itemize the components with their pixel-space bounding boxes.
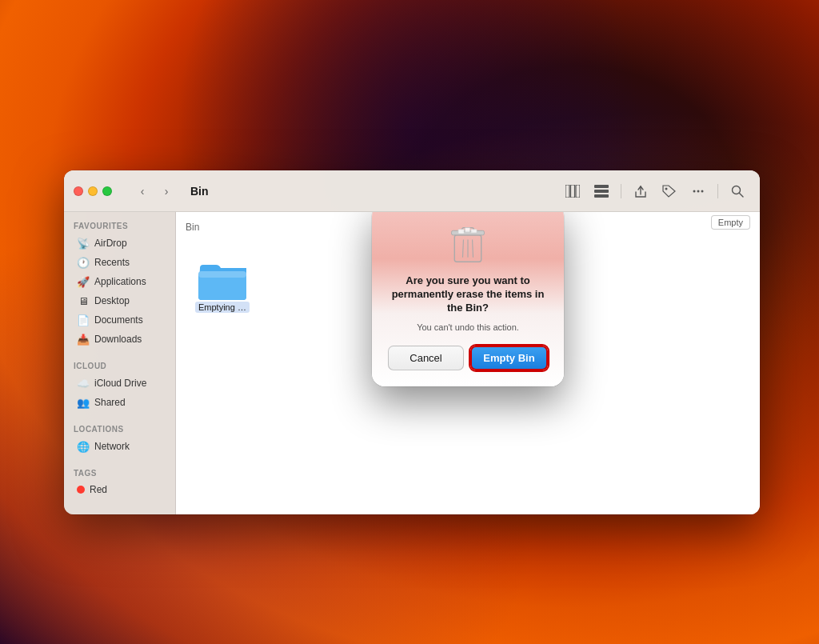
svg-rect-21 <box>458 229 464 234</box>
svg-line-18 <box>463 239 464 257</box>
search-button[interactable] <box>725 180 750 202</box>
close-button[interactable] <box>74 186 83 196</box>
sidebar-item-desktop[interactable]: 🖥 Desktop <box>67 291 172 310</box>
nav-buttons: ‹ › <box>131 180 178 202</box>
svg-point-8 <box>693 190 696 192</box>
dialog-overlay: Are you sure you want to permanently era… <box>176 212 760 514</box>
more-icon <box>691 185 705 198</box>
forward-icon: › <box>165 185 169 198</box>
sidebar-item-recents[interactable]: 🕐 Recents <box>67 253 172 272</box>
svg-rect-3 <box>594 185 609 188</box>
tags-title: Tags <box>64 469 175 481</box>
finder-window: ‹ › Bin <box>64 170 760 514</box>
sidebar-item-applications[interactable]: 🚀 Applications <box>67 272 172 291</box>
tag-button[interactable] <box>657 180 682 202</box>
forward-button[interactable]: › <box>155 180 178 202</box>
icloud-title: iCloud <box>64 362 175 374</box>
cancel-button[interactable]: Cancel <box>388 346 464 370</box>
svg-point-9 <box>697 190 700 192</box>
sidebar-item-tag-red[interactable]: Red <box>67 481 172 498</box>
trash-icon <box>447 223 489 265</box>
list-view-icon <box>594 185 609 198</box>
share-icon <box>634 184 647 198</box>
svg-rect-22 <box>465 228 470 233</box>
svg-line-20 <box>473 239 473 257</box>
svg-point-7 <box>665 187 668 190</box>
traffic-lights <box>74 186 112 196</box>
sidebar-item-network[interactable]: 🌐 Network <box>67 437 172 456</box>
airdrop-icon: 📡 <box>77 237 90 250</box>
more-button[interactable] <box>685 180 711 202</box>
sidebar: Favourites 📡 AirDrop 🕐 Recents 🚀 Applica… <box>64 212 176 514</box>
dialog-subtitle: You can't undo this action. <box>417 322 519 333</box>
sidebar-section-icloud: iCloud ☁️ iCloud Drive 👥 Shared <box>64 362 175 412</box>
svg-rect-0 <box>565 185 569 198</box>
shared-icon: 👥 <box>77 396 90 409</box>
sidebar-section-locations: Locations 🌐 Network <box>64 425 175 456</box>
red-tag-dot <box>77 486 85 494</box>
recents-icon: 🕐 <box>77 256 90 269</box>
list-view-button[interactable] <box>589 180 614 202</box>
maximize-button[interactable] <box>102 186 112 196</box>
column-view-icon <box>565 185 580 198</box>
svg-point-10 <box>701 190 704 192</box>
dialog-title: Are you sure you want to permanently era… <box>388 274 548 315</box>
svg-rect-2 <box>576 185 580 198</box>
locations-title: Locations <box>64 425 175 437</box>
window-title: Bin <box>190 185 209 198</box>
toolbar-divider-2 <box>717 184 718 198</box>
documents-icon: 📄 <box>77 314 90 326</box>
sidebar-section-favourites: Favourites 📡 AirDrop 🕐 Recents 🚀 Applica… <box>64 222 175 349</box>
search-icon <box>731 185 744 198</box>
trash-icon-container <box>447 223 489 265</box>
file-area: Bin Empty <box>176 212 760 514</box>
desktop: ‹ › Bin <box>0 0 819 644</box>
tag-icon <box>662 185 677 198</box>
downloads-icon: 📥 <box>77 333 90 346</box>
sidebar-item-icloud-drive[interactable]: ☁️ iCloud Drive <box>67 374 172 393</box>
minimize-button[interactable] <box>88 186 98 196</box>
svg-point-11 <box>733 186 741 194</box>
column-view-button[interactable] <box>560 180 585 202</box>
sidebar-item-airdrop[interactable]: 📡 AirDrop <box>67 234 172 253</box>
sidebar-section-tags: Tags Red <box>64 469 175 498</box>
svg-rect-4 <box>594 190 609 193</box>
dialog-buttons: Cancel Empty Bin <box>388 346 548 370</box>
svg-rect-5 <box>594 194 609 198</box>
share-button[interactable] <box>628 180 653 202</box>
sidebar-item-documents[interactable]: 📄 Documents <box>67 310 172 330</box>
favourites-title: Favourites <box>64 222 175 234</box>
finder-toolbar: ‹ › Bin <box>64 170 760 212</box>
svg-line-12 <box>740 193 744 197</box>
icloud-drive-icon: ☁️ <box>77 377 90 390</box>
finder-content: Favourites 📡 AirDrop 🕐 Recents 🚀 Applica… <box>64 212 760 514</box>
sidebar-item-shared[interactable]: 👥 Shared <box>67 393 172 412</box>
toolbar-divider-1 <box>621 184 621 198</box>
svg-rect-23 <box>471 229 477 233</box>
back-icon: ‹ <box>141 185 145 198</box>
svg-rect-1 <box>571 185 575 198</box>
back-button[interactable]: ‹ <box>131 180 154 202</box>
empty-bin-dialog: Are you sure you want to permanently era… <box>372 212 564 386</box>
applications-icon: 🚀 <box>77 275 90 288</box>
desktop-icon: 🖥 <box>77 294 90 307</box>
network-icon: 🌐 <box>77 440 90 453</box>
empty-bin-button[interactable]: Empty Bin <box>470 346 548 370</box>
sidebar-item-downloads[interactable]: 📥 Downloads <box>67 330 172 349</box>
toolbar-icons <box>560 180 750 202</box>
